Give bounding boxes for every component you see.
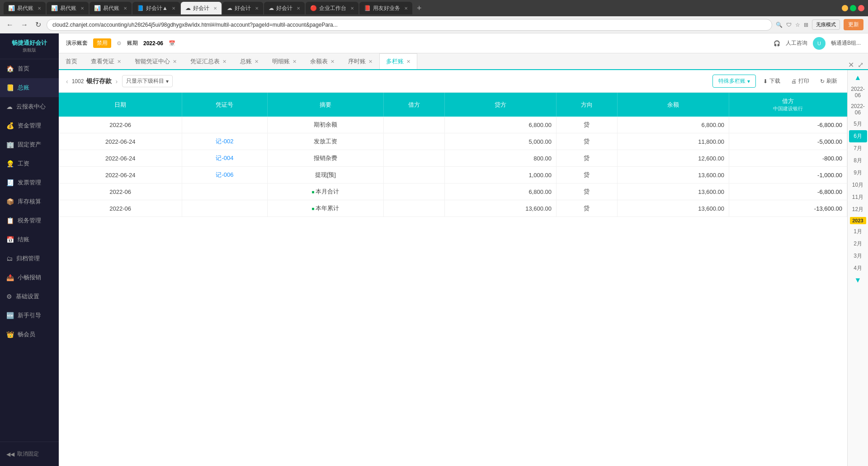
date-scroll-up[interactable]: ▲ [853, 72, 863, 84]
close-tab-summary[interactable]: ✕ [222, 59, 226, 65]
sidebar-item-reports[interactable]: ☁ 云报表中心 [0, 97, 59, 116]
sidebar-item-expense[interactable]: 📤 小畅报销 [0, 268, 59, 287]
date-12[interactable]: 12月 [849, 203, 867, 216]
close-tab-multi[interactable]: ✕ [406, 59, 410, 65]
date-6[interactable]: 6月 [849, 130, 867, 142]
star-icon[interactable]: ☆ [795, 22, 800, 28]
sub-filter-dropdown[interactable]: 只显示下级科目 ▾ [122, 75, 173, 87]
new-tab-button[interactable]: + [413, 4, 425, 13]
download-button[interactable]: ⬇ 下载 [760, 75, 784, 87]
date-2023-3[interactable]: 3月 [849, 250, 867, 262]
expand-panel-button[interactable]: ⤢ [858, 61, 863, 69]
update-button[interactable]: 更新 [844, 19, 863, 30]
cell-voucher[interactable]: 记-002 [182, 133, 267, 150]
date-7[interactable]: 7月 [849, 142, 867, 155]
sidebar-item-tax[interactable]: 📋 税务管理 [0, 211, 59, 230]
date-2023-1[interactable]: 1月 [849, 226, 867, 238]
mode-button[interactable]: 无痕模式 [812, 19, 840, 30]
close-tab-detail[interactable]: ✕ [292, 59, 297, 65]
close-tab-chrono[interactable]: ✕ [368, 59, 373, 65]
sidebar-label-inventory: 库存核算 [18, 198, 41, 206]
tab-close-6[interactable]: ✕ [255, 6, 259, 11]
tab-yongyouhao[interactable]: 📕 用友好业务 ✕ [359, 2, 412, 14]
tab-view-voucher[interactable]: 查看凭证 ✕ [84, 53, 128, 69]
extend-icon[interactable]: ⊞ [804, 22, 808, 28]
date-2023-4[interactable]: 4月 [849, 262, 867, 274]
sidebar-item-vip[interactable]: 👑 畅会员 [0, 325, 59, 344]
tab-multi-column[interactable]: 多栏账 ✕ [379, 53, 417, 70]
sidebar-item-invoice[interactable]: 🧾 发票管理 [0, 173, 59, 192]
tab-yidaizhang-1[interactable]: 📊 易代账 ✕ [4, 2, 46, 14]
date-item-2022-06-top2[interactable]: 2022-06 [849, 101, 867, 118]
close-tab-smart[interactable]: ✕ [173, 59, 177, 65]
refresh-button[interactable]: ↻ [33, 20, 43, 29]
maximize-button[interactable] [850, 5, 856, 11]
tab-close-5[interactable]: ✕ [213, 6, 217, 11]
sidebar-item-inventory[interactable]: 📦 库存核算 [0, 192, 59, 211]
calendar-icon[interactable]: 📅 [169, 40, 175, 47]
refresh-button[interactable]: ↻ 刷新 [816, 75, 841, 87]
sidebar-item-settings[interactable]: ⚙ 基础设置 [0, 287, 59, 306]
sidebar-item-home[interactable]: 🏠 首页 [0, 59, 59, 78]
sidebar-item-ledger[interactable]: 📒 总账 [0, 78, 59, 97]
collapse-panel-button[interactable]: ✕ [848, 61, 854, 69]
tab-smart-voucher[interactable]: 智能凭证中心 ✕ [128, 53, 184, 69]
close-tab-general[interactable]: ✕ [255, 59, 259, 65]
tab-qiyegongzuotai[interactable]: 🔴 企业工作台 ✕ [306, 2, 359, 14]
consult-label[interactable]: 人工咨询 [786, 39, 807, 47]
sidebar-item-funds[interactable]: 💰 资金管理 [0, 116, 59, 135]
cell-voucher[interactable]: 记-004 [182, 150, 267, 167]
tab-yidaizhang-3[interactable]: 📊 易代账 ✕ [90, 2, 132, 14]
forward-button[interactable]: → [19, 21, 30, 29]
date-8[interactable]: 8月 [849, 155, 867, 167]
tab-voucher-summary[interactable]: 凭证汇总表 ✕ [184, 53, 233, 69]
cell-debit [383, 117, 444, 133]
tab-haokuaiji-3[interactable]: ☁ 好会计 ✕ [222, 2, 263, 14]
tab-yidaizhang-2[interactable]: 📊 易代账 ✕ [47, 2, 89, 14]
cell-voucher[interactable]: 记-006 [182, 167, 267, 184]
date-9[interactable]: 9月 [849, 167, 867, 179]
topbar-right: 🎧 人工咨询 U 畅通通B组... [774, 37, 861, 50]
date-item-2022-06-top[interactable]: 2022-06 [849, 84, 867, 101]
date-5[interactable]: 5月 [849, 118, 867, 130]
address-input[interactable] [47, 19, 772, 31]
tab-detail-ledger[interactable]: 明细账 ✕ [265, 53, 303, 69]
sidebar-item-closing[interactable]: 📅 结账 [0, 230, 59, 249]
sidebar-item-archive[interactable]: 🗂 归档管理 [0, 249, 59, 268]
tab-haokuaiji-4[interactable]: ☁ 好会计 ✕ [264, 2, 305, 14]
close-tab-voucher[interactable]: ✕ [117, 59, 121, 65]
close-button[interactable] [858, 5, 864, 11]
date-11[interactable]: 11月 [849, 191, 867, 203]
minimize-button[interactable] [842, 5, 848, 11]
tab-general-ledger[interactable]: 总账 ✕ [233, 53, 265, 69]
tab-close-3[interactable]: ✕ [123, 6, 127, 11]
next-account-button[interactable]: › [114, 77, 118, 86]
tab-haokuaiji-2-active[interactable]: ☁ 好会计 ✕ [181, 2, 222, 14]
search-icon[interactable]: 🔍 [776, 22, 783, 28]
date-10[interactable]: 10月 [849, 179, 867, 191]
date-scroll-down[interactable]: ▼ [853, 274, 863, 286]
tab-close-1[interactable]: ✕ [38, 6, 41, 11]
tab-close-9[interactable]: ✕ [404, 6, 408, 11]
print-button[interactable]: 🖨 打印 [788, 75, 813, 87]
back-button[interactable]: ← [5, 21, 15, 29]
tab-chronological[interactable]: 序时账 ✕ [341, 53, 379, 69]
tab-home[interactable]: 首页 [59, 53, 84, 69]
tab-close-7[interactable]: ✕ [297, 6, 300, 11]
special-multi-button[interactable]: 特殊多栏账 ▾ [712, 75, 756, 88]
settings-gear-icon[interactable]: ⚙ [117, 40, 122, 47]
prev-account-button[interactable]: ‹ [65, 77, 69, 86]
tab-close-2[interactable]: ✕ [80, 6, 84, 11]
date-2023-2[interactable]: 2月 [849, 238, 867, 250]
tab-haokuaiji-1[interactable]: 📘 好会计▲ ✕ [132, 2, 180, 14]
tab-balance[interactable]: 余额表 ✕ [303, 53, 341, 69]
tab-close-8[interactable]: ✕ [350, 6, 354, 11]
user-avatar[interactable]: U [813, 37, 826, 50]
sidebar-item-guide[interactable]: 🆕 新手引导 [0, 306, 59, 325]
sidebar-item-assets[interactable]: 🏢 固定资产 [0, 135, 59, 154]
user-label[interactable]: 畅通通B组... [831, 39, 861, 47]
sidebar-item-payroll[interactable]: 👷 工资 [0, 154, 59, 173]
close-tab-balance[interactable]: ✕ [330, 59, 335, 65]
sidebar-unpin[interactable]: ◀◀ 取消固定 [5, 447, 54, 461]
tab-close-4[interactable]: ✕ [172, 6, 175, 11]
